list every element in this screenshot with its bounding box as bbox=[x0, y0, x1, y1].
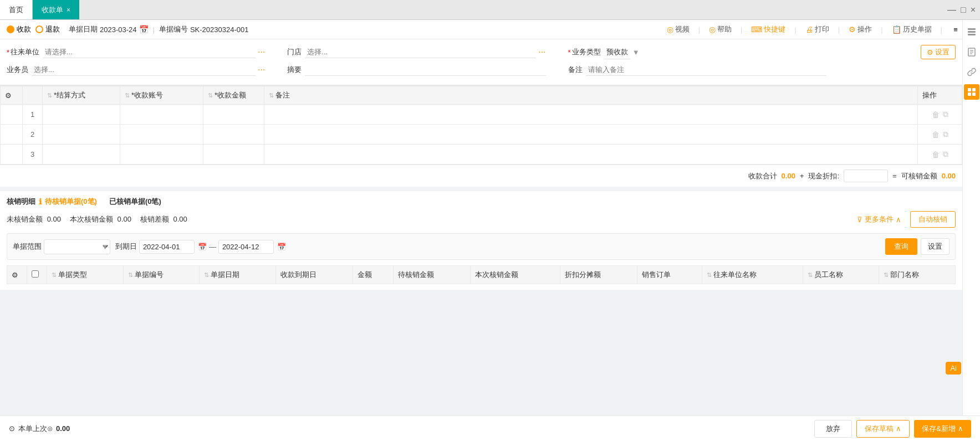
col-date-header: 单据日期 bbox=[200, 266, 276, 284]
table-settings-icon[interactable]: ⚙ bbox=[5, 91, 12, 100]
date-value[interactable]: 2023-03-24 bbox=[100, 25, 137, 34]
sidebar-link-icon[interactable] bbox=[964, 64, 979, 80]
business-type-value[interactable]: 预收款 bbox=[604, 45, 630, 59]
sidebar-doc-icon[interactable] bbox=[964, 44, 979, 60]
counterparty-input[interactable] bbox=[43, 46, 256, 58]
main-content: * 往来单位 ··· 门店 ··· * 业务类型 预收款 ▼ bbox=[0, 39, 962, 435]
store-more-icon[interactable]: ··· bbox=[538, 47, 545, 57]
row-1-action: 🗑 ⧉ bbox=[918, 105, 962, 125]
row-3-delete-icon[interactable]: 🗑 bbox=[932, 150, 940, 159]
store-input[interactable] bbox=[305, 46, 536, 58]
done-tab[interactable]: 已核销单据(0笔) bbox=[109, 197, 161, 207]
layout-list-icon[interactable]: ≡ bbox=[950, 24, 961, 35]
staff-more-icon[interactable]: ··· bbox=[258, 65, 265, 75]
verify-info-icon[interactable]: ℹ bbox=[39, 197, 42, 206]
filter-setting-btn[interactable]: 设置 bbox=[921, 238, 950, 255]
row-1-amount[interactable] bbox=[203, 105, 264, 125]
col-type-header: 单据类型 bbox=[47, 266, 124, 284]
tab-receipt[interactable]: 收款单 × bbox=[33, 0, 79, 19]
col-method-header: ⇅ *结算方式 bbox=[43, 86, 120, 105]
row-2-copy-icon[interactable]: ⧉ bbox=[943, 130, 948, 139]
col-settings-bottom[interactable]: ⚙ bbox=[7, 266, 27, 284]
save-draft-label: 保存草稿 bbox=[865, 424, 894, 434]
row-3-amount[interactable] bbox=[203, 145, 264, 165]
col-method-sort: ⇅ bbox=[47, 92, 54, 99]
store-label: 门店 bbox=[287, 47, 305, 57]
tab-receipt-label: 收款单 bbox=[42, 5, 63, 15]
close-icon[interactable]: × bbox=[971, 5, 976, 15]
row-2-remark[interactable] bbox=[264, 125, 918, 145]
row-2-action: 🗑 ⧉ bbox=[918, 125, 962, 145]
row-1-remark[interactable] bbox=[264, 105, 918, 125]
store-field: 门店 ··· bbox=[287, 46, 545, 58]
col-checkbox-header[interactable] bbox=[27, 266, 47, 284]
auto-clear-btn[interactable]: 自动核销 bbox=[910, 211, 956, 228]
save-new-btn[interactable]: 保存&新增 ∧ bbox=[914, 420, 971, 435]
row-3-account[interactable] bbox=[120, 145, 203, 165]
history-btn[interactable]: 📋 历史单据 bbox=[889, 23, 935, 35]
save-draft-btn[interactable]: 保存草稿 ∧ bbox=[856, 420, 910, 435]
row-3-copy-icon[interactable]: ⧉ bbox=[943, 150, 948, 159]
discount-input[interactable] bbox=[844, 170, 888, 182]
receipt-radio[interactable]: 收款 bbox=[7, 24, 31, 34]
row-1-copy-icon[interactable]: ⧉ bbox=[943, 110, 948, 119]
threshold-label: 本单上次⊙ bbox=[18, 424, 53, 434]
abstract-input[interactable] bbox=[305, 64, 545, 76]
row-1-delete-icon[interactable]: 🗑 bbox=[932, 110, 940, 119]
range-select[interactable] bbox=[44, 239, 110, 254]
row-3-action: 🗑 ⧉ bbox=[918, 145, 962, 165]
ai-badge[interactable]: Ai bbox=[946, 362, 961, 375]
row-2-account[interactable] bbox=[120, 125, 203, 145]
row-1-method[interactable] bbox=[43, 105, 120, 125]
date-from-input[interactable] bbox=[139, 240, 195, 254]
abstract-label: 摘要 bbox=[287, 65, 305, 75]
number-value[interactable]: SK-20230324-001 bbox=[190, 25, 249, 34]
col-current-bottom-header: 本次核销金额 bbox=[471, 266, 560, 284]
row-3-remark[interactable] bbox=[264, 145, 918, 165]
settings-button[interactable]: ⚙ 设置 bbox=[921, 45, 956, 59]
tab-close-icon[interactable]: × bbox=[67, 6, 70, 14]
col-settings-header[interactable]: ⚙ bbox=[1, 86, 23, 105]
row-2-delete-icon[interactable]: 🗑 bbox=[932, 130, 940, 139]
col-number-header: 单据编号 bbox=[123, 266, 200, 284]
tab-home[interactable]: 首页 bbox=[0, 0, 33, 19]
date-to-input[interactable] bbox=[218, 240, 274, 254]
staff-label: 业务员 bbox=[7, 65, 32, 75]
pending-tab[interactable]: 待核销单据(0笔) bbox=[45, 197, 97, 207]
col-remark-header: ⇅ 备注 bbox=[264, 86, 918, 105]
date-field: 到期日 📅 — 📅 bbox=[115, 240, 286, 254]
sidebar-expand-icon[interactable] bbox=[964, 84, 979, 100]
summary-row: 收款合计 0.00 + 现金折扣: = 可核销金额 0.00 bbox=[0, 165, 962, 187]
row-2-amount[interactable] bbox=[203, 125, 264, 145]
bottom-settings-icon[interactable]: ⚙ bbox=[12, 271, 18, 279]
remark-input[interactable] bbox=[586, 64, 826, 76]
row-2-method[interactable] bbox=[43, 125, 120, 145]
calendar-icon[interactable]: 📅 bbox=[139, 25, 149, 34]
shortcut-btn[interactable]: ⌨ 快捷键 bbox=[748, 23, 789, 35]
select-all-checkbox[interactable] bbox=[32, 270, 39, 278]
svg-rect-1 bbox=[968, 31, 976, 33]
col-method-label: *结算方式 bbox=[54, 91, 85, 99]
video-btn[interactable]: ◎ 视频 bbox=[663, 23, 693, 35]
sidebar-table-icon[interactable] bbox=[964, 24, 979, 40]
refund-radio[interactable]: 退款 bbox=[35, 24, 60, 34]
staff-input[interactable] bbox=[32, 64, 256, 76]
help-btn[interactable]: ◎ 帮助 bbox=[706, 23, 735, 35]
date-to-calendar-icon[interactable]: 📅 bbox=[277, 243, 286, 251]
date-from-calendar-icon[interactable]: 📅 bbox=[198, 243, 207, 251]
row-1-account[interactable] bbox=[120, 105, 203, 125]
more-conditions-btn[interactable]: ⊽ 更多条件 ∧ bbox=[853, 212, 906, 227]
svg-rect-10 bbox=[972, 93, 976, 96]
operation-btn[interactable]: ⚙ 操作 bbox=[845, 23, 875, 35]
print-btn[interactable]: 🖨 打印 bbox=[802, 23, 833, 35]
abstract-field: 摘要 bbox=[287, 64, 545, 76]
query-btn[interactable]: 查询 bbox=[885, 238, 917, 255]
business-type-chevron[interactable]: ▼ bbox=[632, 48, 640, 57]
print-label: 打印 bbox=[815, 24, 829, 34]
maximize-icon[interactable]: □ bbox=[961, 5, 966, 15]
counterparty-more-icon[interactable]: ··· bbox=[258, 47, 265, 57]
current-stat: 本次核销金额 0.00 bbox=[70, 214, 131, 224]
minimize-icon[interactable]: — bbox=[947, 5, 956, 15]
discard-btn[interactable]: 放弃 bbox=[814, 420, 852, 435]
row-3-method[interactable] bbox=[43, 145, 120, 165]
